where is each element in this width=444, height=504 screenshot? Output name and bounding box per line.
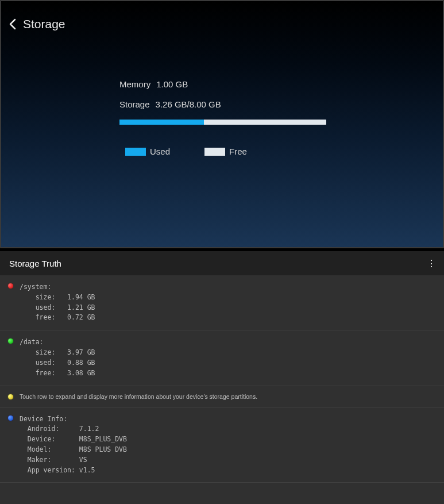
storage-value: 3.26 GB/8.00 GB <box>156 99 221 109</box>
legend: Used Free <box>125 147 326 156</box>
red-dot-icon <box>8 283 13 288</box>
device-info[interactable]: Device Info: Android: 7.1.2 Device: M8S_… <box>0 407 444 483</box>
legend-free-label: Free <box>229 147 247 156</box>
green-dot-icon <box>8 338 13 344</box>
storage-summary: Memory 1.00 GB Storage 3.26 GB/8.00 GB U… <box>119 79 326 156</box>
storage-truth-panel: Storage Truth ⋮ /system: size: 1.94 GB u… <box>0 251 444 504</box>
system-path: /system: <box>20 282 438 293</box>
hint-text: Touch row to expand and display more inf… <box>20 393 438 400</box>
used-swatch-icon <box>125 148 146 156</box>
legend-free: Free <box>204 147 247 156</box>
device-lines: Android: 7.1.2 Device: M8S_PLUS_DVB Mode… <box>20 424 438 475</box>
legend-used: Used <box>125 147 170 156</box>
blue-dot-icon <box>8 415 13 421</box>
memory-row: Memory 1.00 GB <box>119 79 326 89</box>
appbar: Storage Truth ⋮ <box>0 251 444 275</box>
memory-value: 1.00 GB <box>156 79 188 89</box>
storage-row: Storage 3.26 GB/8.00 GB <box>119 99 326 109</box>
system-lines: size: 1.94 GB used: 1.21 GB free: 0.72 G… <box>20 293 438 323</box>
storage-settings-panel: Storage Memory 1.00 GB Storage 3.26 GB/8… <box>0 0 444 248</box>
overflow-menu-icon[interactable]: ⋮ <box>427 258 436 269</box>
data-lines: size: 3.97 GB used: 0.88 GB free: 3.08 G… <box>20 348 438 378</box>
page-title: Storage <box>23 17 65 31</box>
hint-row[interactable]: Touch row to expand and display more inf… <box>0 386 444 407</box>
free-swatch-icon <box>204 148 225 156</box>
data-path: /data: <box>20 337 438 348</box>
device-header: Device Info: <box>20 414 438 425</box>
app-title: Storage Truth <box>9 259 61 268</box>
legend-used-label: Used <box>150 147 170 156</box>
storage-bar <box>119 120 326 125</box>
storage-bar-fill <box>119 120 204 125</box>
partition-system[interactable]: /system: size: 1.94 GB used: 1.21 GB fre… <box>0 275 444 330</box>
back-icon[interactable] <box>7 18 18 30</box>
memory-label: Memory <box>119 79 150 89</box>
yellow-dot-icon <box>8 394 13 399</box>
partition-data[interactable]: /data: size: 3.97 GB used: 0.88 GB free:… <box>0 330 444 386</box>
header: Storage <box>1 1 443 31</box>
storage-label: Storage <box>119 99 150 109</box>
